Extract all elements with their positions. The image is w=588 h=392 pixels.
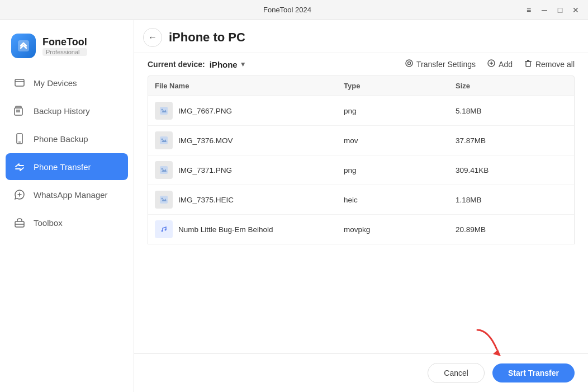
file-table: File Name Type Size IM bbox=[134, 75, 588, 353]
transfer-settings-label: Transfer Settings bbox=[416, 60, 476, 69]
file-thumbnail bbox=[155, 161, 173, 179]
file-type: mov bbox=[344, 136, 456, 145]
whatsapp-manager-icon bbox=[13, 188, 26, 201]
file-cell: IMG_7375.HEIC bbox=[155, 191, 344, 209]
table-row[interactable]: IMG_7376.MOV mov 37.87MB bbox=[148, 126, 574, 155]
device-selector[interactable]: iPhone ▼ bbox=[210, 60, 246, 69]
add-button[interactable]: Add bbox=[487, 59, 513, 70]
file-thumbnail bbox=[155, 220, 173, 238]
app-edition: Professional bbox=[42, 48, 87, 56]
toolbox-icon bbox=[13, 216, 26, 229]
my-devices-label: My Devices bbox=[34, 78, 77, 88]
page-title: iPhone to PC bbox=[169, 30, 575, 45]
file-size: 309.41KB bbox=[456, 166, 567, 174]
svg-rect-16 bbox=[526, 62, 530, 67]
start-transfer-button[interactable]: Start Transfer bbox=[492, 363, 575, 382]
device-bar: Current device: iPhone ▼ Transfer Settin… bbox=[134, 53, 588, 75]
file-cell: IMG_7376.MOV bbox=[155, 131, 344, 149]
back-button[interactable]: ← bbox=[143, 28, 162, 47]
trash-icon bbox=[524, 59, 533, 70]
svg-point-26 bbox=[162, 198, 163, 200]
svg-point-12 bbox=[407, 62, 410, 65]
app-body: FoneTool Professional My Devices bbox=[0, 20, 588, 392]
svg-point-29 bbox=[165, 229, 167, 231]
file-type: movpkg bbox=[344, 225, 456, 234]
main-content: ← iPhone to PC Current device: iPhone ▼ bbox=[134, 20, 588, 392]
sidebar-item-phone-backup[interactable]: Phone Backup bbox=[6, 125, 128, 152]
sidebar: FoneTool Professional My Devices bbox=[0, 20, 134, 392]
device-bar-actions: Transfer Settings Add bbox=[405, 59, 575, 70]
sidebar-item-toolbox[interactable]: Toolbox bbox=[6, 209, 128, 236]
svg-point-28 bbox=[162, 230, 163, 232]
table-header: File Name Type Size bbox=[148, 75, 575, 96]
table-row[interactable]: IMG_7375.HEIC heic 1.18MB bbox=[148, 185, 574, 215]
app-name: FoneTool bbox=[42, 36, 87, 48]
content-header: ← iPhone to PC bbox=[134, 20, 588, 53]
cancel-button[interactable]: Cancel bbox=[428, 363, 485, 383]
file-cell: IMG_7667.PNG bbox=[155, 102, 344, 120]
minimize-button[interactable]: ─ bbox=[539, 4, 550, 16]
add-icon bbox=[487, 59, 496, 70]
transfer-settings-button[interactable]: Transfer Settings bbox=[405, 59, 476, 70]
add-label: Add bbox=[499, 60, 513, 69]
file-thumbnail bbox=[155, 102, 173, 120]
title-bar: FoneTool 2024 ≡ ─ □ ✕ bbox=[0, 0, 588, 20]
file-name: IMG_7375.HEIC bbox=[178, 196, 234, 204]
window-controls: ≡ ─ □ ✕ bbox=[523, 4, 581, 16]
file-size: 37.87MB bbox=[456, 136, 567, 145]
whatsapp-manager-label: WhatsApp Manager bbox=[34, 190, 108, 200]
phone-backup-icon bbox=[13, 133, 26, 145]
svg-point-22 bbox=[162, 139, 163, 140]
table-row[interactable]: Numb Little Bug-Em Beihold movpkg 20.89M… bbox=[148, 215, 574, 244]
svg-rect-1 bbox=[15, 79, 24, 86]
settings-icon bbox=[405, 59, 414, 70]
remove-all-label: Remove all bbox=[535, 60, 575, 69]
col-header-type: Type bbox=[344, 82, 456, 90]
svg-point-11 bbox=[406, 60, 412, 67]
chevron-down-icon: ▼ bbox=[240, 60, 246, 68]
file-cell: Numb Little Bug-Em Beihold bbox=[155, 220, 344, 238]
phone-backup-label: Phone Backup bbox=[34, 134, 88, 144]
table-row[interactable]: IMG_7667.PNG png 5.18MB bbox=[148, 96, 574, 126]
app-logo: FoneTool Professional bbox=[0, 29, 134, 69]
logo-text: FoneTool Professional bbox=[42, 36, 87, 56]
maximize-button[interactable]: □ bbox=[554, 4, 566, 16]
col-header-size: Size bbox=[456, 82, 567, 90]
sidebar-item-phone-transfer[interactable]: Phone Transfer bbox=[6, 153, 128, 180]
svg-rect-27 bbox=[160, 225, 168, 233]
table-row[interactable]: IMG_7371.PNG png 309.41KB bbox=[148, 155, 574, 185]
device-bar-label: Current device: bbox=[148, 60, 205, 69]
file-type: heic bbox=[344, 196, 456, 204]
content-footer: Cancel Start Transfer bbox=[134, 353, 588, 392]
device-name: iPhone bbox=[210, 60, 238, 69]
sidebar-item-my-devices[interactable]: My Devices bbox=[6, 69, 128, 96]
sidebar-navigation: My Devices Backup History bbox=[0, 69, 134, 236]
svg-point-20 bbox=[162, 109, 163, 111]
file-thumbnail bbox=[155, 131, 173, 149]
file-cell: IMG_7371.PNG bbox=[155, 161, 344, 179]
file-name: IMG_7376.MOV bbox=[178, 136, 233, 145]
col-header-filename: File Name bbox=[155, 82, 344, 90]
my-devices-icon bbox=[13, 77, 26, 89]
menu-button[interactable]: ≡ bbox=[523, 4, 534, 16]
logo-icon bbox=[11, 34, 36, 58]
toolbox-label: Toolbox bbox=[34, 218, 63, 228]
file-name: Numb Little Bug-Em Beihold bbox=[178, 225, 273, 234]
file-name: IMG_7371.PNG bbox=[178, 166, 232, 174]
file-size: 5.18MB bbox=[456, 107, 567, 115]
backup-history-label: Backup History bbox=[34, 106, 90, 116]
phone-transfer-label: Phone Transfer bbox=[34, 162, 91, 172]
backup-history-icon bbox=[13, 105, 26, 117]
remove-all-button[interactable]: Remove all bbox=[524, 59, 575, 70]
file-size: 1.18MB bbox=[456, 196, 567, 204]
sidebar-item-whatsapp-manager[interactable]: WhatsApp Manager bbox=[6, 181, 128, 208]
close-button[interactable]: ✕ bbox=[570, 4, 581, 16]
phone-transfer-icon bbox=[13, 160, 26, 173]
file-thumbnail bbox=[155, 191, 173, 209]
file-type: png bbox=[344, 107, 456, 115]
table-body: IMG_7667.PNG png 5.18MB bbox=[148, 96, 575, 244]
sidebar-item-backup-history[interactable]: Backup History bbox=[6, 97, 128, 124]
file-type: png bbox=[344, 166, 456, 174]
file-name: IMG_7667.PNG bbox=[178, 107, 232, 115]
svg-point-24 bbox=[162, 168, 163, 170]
